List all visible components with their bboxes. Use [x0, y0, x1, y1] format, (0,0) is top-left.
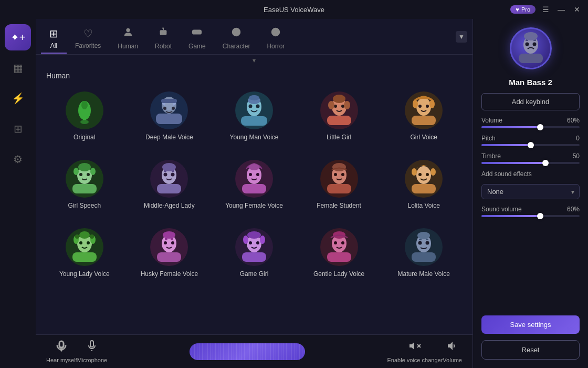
- voice-card-husky-female[interactable]: Husky Female Voice: [131, 223, 208, 283]
- sound-volume-slider-track[interactable]: [481, 215, 580, 217]
- sound-effects-select-wrapper: None Echo Reverb Distortion: [481, 184, 580, 199]
- svg-point-98: [243, 236, 248, 244]
- svg-point-75: [412, 168, 417, 176]
- timbre-slider-thumb[interactable]: [542, 160, 549, 166]
- svg-point-70: [332, 163, 346, 171]
- svg-rect-2: [162, 32, 163, 33]
- volume-button[interactable]: Volume: [443, 340, 462, 363]
- svg-point-50: [87, 173, 90, 176]
- bottom-toolbar: Hear myself Microphone: [36, 334, 472, 368]
- tab-all-label: All: [50, 42, 57, 49]
- sidebar-item-audio-visualizer[interactable]: ▦: [5, 55, 31, 81]
- nav-tabs: ⊞ All ♡ Favorites Human Robot: [36, 19, 472, 55]
- svg-point-11: [234, 31, 236, 33]
- tab-favorites[interactable]: ♡ Favorites: [67, 24, 109, 54]
- pitch-slider-row: Pitch 0: [481, 135, 580, 146]
- close-button[interactable]: ✕: [571, 4, 583, 15]
- tab-character[interactable]: Character: [214, 23, 259, 54]
- voice-card-gentle-lady[interactable]: Gentle Lady Voice: [301, 223, 377, 283]
- expand-bar[interactable]: ▾: [36, 55, 472, 66]
- voice-card-middle-aged-lady[interactable]: Middle-Aged Lady: [131, 155, 208, 214]
- character-icon: [230, 26, 242, 40]
- svg-rect-35: [327, 116, 351, 125]
- svg-point-85: [90, 234, 94, 239]
- nav-scroll-button[interactable]: ▼: [456, 31, 467, 43]
- timbre-slider-track[interactable]: [481, 162, 580, 164]
- robot-icon: [158, 26, 169, 40]
- minimize-button[interactable]: —: [555, 4, 567, 15]
- sidebar-item-voice-changer[interactable]: ✦+: [5, 24, 31, 50]
- pitch-slider-track[interactable]: [481, 144, 580, 146]
- volume-slider-thumb[interactable]: [537, 124, 543, 130]
- microphone-button[interactable]: Microphone: [77, 340, 107, 363]
- all-icon: ⊞: [49, 27, 58, 40]
- enable-voice-changer-button[interactable]: Enable voice changer: [387, 340, 443, 363]
- voice-name-game-girl: Game Girl: [240, 270, 269, 278]
- reset-button[interactable]: Reset: [481, 340, 580, 360]
- expand-icon: ▾: [253, 57, 256, 64]
- svg-rect-27: [161, 99, 177, 103]
- svg-point-13: [271, 28, 280, 37]
- svg-point-43: [418, 105, 422, 108]
- svg-point-6: [162, 27, 164, 29]
- volume-slider-track[interactable]: [481, 126, 580, 128]
- svg-rect-24: [156, 114, 182, 124]
- audio-visualizer-icon: ▦: [13, 62, 23, 74]
- svg-point-118: [532, 42, 536, 46]
- svg-point-96: [256, 241, 259, 244]
- content-area: ⊞ All ♡ Favorites Human Robot: [36, 19, 472, 368]
- menu-button[interactable]: ☰: [540, 4, 551, 15]
- voice-changer-icon: ✦+: [10, 31, 26, 44]
- voice-avatar-young-lady: [66, 228, 103, 266]
- voice-avatar-girl-voice: [405, 91, 443, 129]
- svg-marker-112: [410, 342, 414, 350]
- voice-card-little-girl[interactable]: Little Girl: [301, 86, 377, 146]
- pitch-slider-thumb[interactable]: [528, 142, 534, 148]
- svg-point-97: [247, 231, 261, 239]
- tab-robot[interactable]: Robot: [146, 23, 180, 54]
- voice-name-girl-voice: Girl Voice: [411, 134, 437, 141]
- voice-card-female-student[interactable]: Female Student: [301, 155, 377, 214]
- sidebar-item-settings[interactable]: ⚙: [5, 146, 31, 172]
- settings-gear-icon: ⚙: [13, 153, 23, 166]
- timbre-slider-row: Timbre 50: [481, 152, 580, 164]
- svg-point-39: [344, 101, 350, 109]
- voice-card-girl-voice[interactable]: Girl Voice: [385, 86, 462, 146]
- svg-point-64: [256, 173, 259, 176]
- voice-grid: Original: [46, 86, 462, 283]
- hear-myself-button[interactable]: Hear myself: [46, 340, 77, 363]
- voice-card-young-man[interactable]: Young Man Voice: [216, 86, 292, 146]
- svg-point-99: [260, 236, 265, 244]
- horror-icon: [270, 26, 281, 40]
- voice-avatar-mature-male: [405, 228, 443, 266]
- voice-scroll-area[interactable]: Human Original: [36, 66, 472, 334]
- svg-point-51: [78, 163, 91, 171]
- tab-all[interactable]: ⊞ All: [41, 24, 67, 54]
- voice-card-girl-speech[interactable]: Girl Speech: [46, 155, 123, 214]
- tab-favorites-label: Favorites: [75, 42, 101, 49]
- tab-game[interactable]: Game: [180, 23, 214, 54]
- tab-horror[interactable]: Horror: [258, 23, 293, 54]
- sound-effects-select[interactable]: None Echo Reverb Distortion: [481, 184, 580, 199]
- voice-card-young-female[interactable]: Young Female Voice: [216, 155, 292, 214]
- voice-card-mature-male[interactable]: Mature Male Voice: [385, 223, 462, 283]
- sound-volume-slider-thumb[interactable]: [537, 213, 543, 219]
- voice-avatar-young-man: [235, 91, 273, 129]
- voice-card-deep-male[interactable]: Deep Male Voice: [131, 86, 208, 146]
- svg-point-84: [75, 234, 79, 239]
- tab-human[interactable]: Human: [109, 23, 146, 54]
- voice-card-game-girl[interactable]: Game Girl: [216, 223, 292, 283]
- enable-voice-changer-icon: [408, 340, 421, 355]
- voice-name-female-student: Female Student: [317, 202, 361, 209]
- voice-card-lolita[interactable]: Lolita Voice: [385, 155, 462, 214]
- voice-card-original[interactable]: Original: [46, 86, 123, 146]
- save-settings-button[interactable]: Save settings: [481, 315, 580, 334]
- voice-card-young-lady[interactable]: Young Lady Voice: [46, 223, 123, 283]
- selected-avatar-container: [481, 27, 580, 69]
- sidebar-item-equalizer[interactable]: ⊞: [5, 116, 31, 142]
- voice-name-girl-speech: Girl Speech: [68, 202, 101, 209]
- sound-volume-slider-fill: [481, 215, 540, 217]
- sidebar-item-effects[interactable]: ⚡: [5, 85, 31, 111]
- add-keybind-button[interactable]: Add keybind: [481, 93, 580, 110]
- svg-point-63: [249, 173, 252, 176]
